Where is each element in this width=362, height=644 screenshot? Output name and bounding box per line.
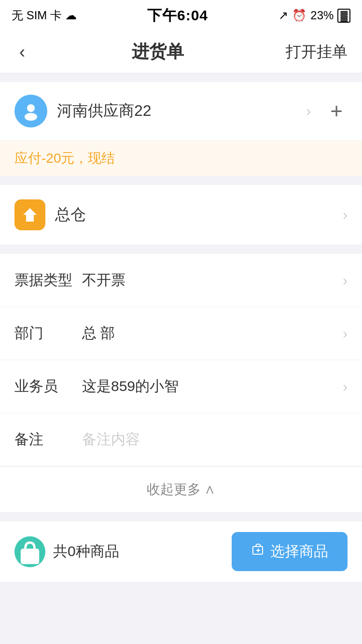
supplier-card: 河南供应商22 › + 应付-20元，现结 (0, 82, 362, 176)
collapse-row[interactable]: 收起更多 ∧ (0, 466, 362, 512)
warehouse-chevron-icon: › (343, 207, 348, 223)
supplier-name: 河南供应商22 (57, 100, 306, 122)
collapse-label: 收起更多 ∧ (147, 480, 216, 499)
department-label: 部门 (14, 323, 82, 343)
back-button[interactable]: ‹ (14, 37, 30, 67)
cart-icon (251, 543, 265, 560)
page-title: 进货单 (132, 40, 184, 64)
nav-bar: ‹ 进货单 打开挂单 (0, 31, 362, 73)
product-icon (14, 536, 45, 567)
salesperson-value: 这是859的小智 (82, 377, 343, 396)
status-left: 无 SIM 卡 ☁ (12, 8, 77, 23)
location-icon: ↗ (278, 9, 288, 22)
form-card: 票据类型 不开票 › 部门 总 部 › 业务员 这是859的小智 › 备注 备注… (0, 254, 362, 512)
open-pending-button[interactable]: 打开挂单 (286, 42, 348, 63)
department-chevron-icon: › (343, 325, 348, 342)
status-time: 下午6:04 (147, 6, 208, 26)
warehouse-row[interactable]: 总仓 › (0, 185, 362, 245)
svg-rect-3 (21, 548, 39, 564)
bottom-bar: 共0种商品 选择商品 (0, 521, 362, 582)
battery-icon: ▓ (337, 9, 350, 23)
top-divider (0, 73, 362, 82)
remark-row[interactable]: 备注 备注内容 (0, 413, 362, 466)
alarm-icon: ⏰ (292, 9, 306, 22)
supplier-avatar (14, 95, 47, 127)
select-product-button[interactable]: 选择商品 (232, 532, 348, 571)
svg-point-0 (27, 104, 35, 112)
invoice-type-row[interactable]: 票据类型 不开票 › (0, 254, 362, 307)
invoice-type-chevron-icon: › (343, 272, 348, 289)
invoice-type-value: 不开票 (82, 270, 343, 290)
mid-divider1 (0, 176, 362, 185)
select-product-label: 选择商品 (270, 542, 328, 561)
warehouse-label: 总仓 (55, 204, 343, 225)
invoice-type-label: 票据类型 (14, 270, 82, 290)
status-right: ↗ ⏰ 23% ▓ (278, 9, 350, 23)
battery-text: 23% (310, 9, 334, 22)
warehouse-icon (14, 199, 45, 230)
salesperson-chevron-icon: › (343, 378, 348, 395)
svg-marker-2 (23, 208, 37, 222)
supplier-chevron-icon: › (306, 103, 311, 119)
status-bar: 无 SIM 卡 ☁ 下午6:04 ↗ ⏰ 23% ▓ (0, 0, 362, 31)
page-footer (0, 582, 362, 644)
remark-placeholder: 备注内容 (82, 430, 348, 449)
add-button[interactable]: + (325, 100, 348, 122)
product-count: 共0种商品 (53, 542, 232, 561)
remark-label: 备注 (14, 430, 82, 449)
svg-point-1 (25, 113, 37, 121)
salesperson-row[interactable]: 业务员 这是859的小智 › (0, 360, 362, 413)
supplier-row[interactable]: 河南供应商22 › + (0, 82, 362, 140)
notice-bar: 应付-20元，现结 (0, 140, 362, 176)
signal-text: 无 SIM 卡 ☁ (12, 8, 77, 23)
department-row[interactable]: 部门 总 部 › (0, 307, 362, 360)
salesperson-label: 业务员 (14, 377, 82, 396)
warehouse-card: 总仓 › (0, 185, 362, 245)
bottom-divider (0, 512, 362, 521)
mid-divider2 (0, 245, 362, 254)
department-value: 总 部 (82, 323, 343, 343)
